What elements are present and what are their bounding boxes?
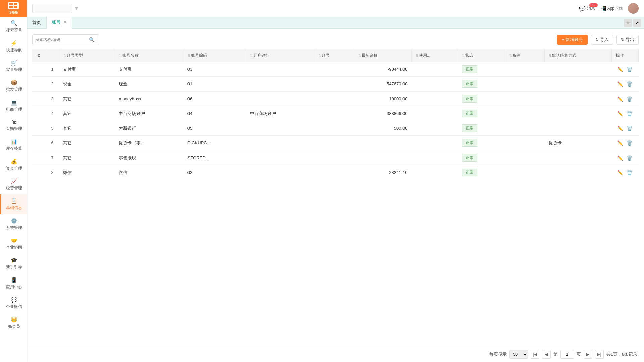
tab-account[interactable]: 账号 ✕	[47, 17, 72, 29]
last-page-button[interactable]: ▶|	[595, 350, 604, 359]
sidebar-item-guide[interactable]: 🎓 新手引导	[0, 254, 27, 274]
row-settings	[32, 121, 46, 136]
row-settings	[32, 77, 46, 92]
table-row: 5 其它 大新银行 05 500.00 正常 ✏️ 🗑️	[32, 121, 639, 136]
sidebar-item-retail[interactable]: 🛒 零售管理	[0, 56, 27, 76]
sidebar-item-wholesale[interactable]: 📦 批发管理	[0, 76, 27, 96]
sidebar-item-inventory[interactable]: 📊 库存核算	[0, 135, 27, 155]
search-input[interactable]	[35, 37, 89, 42]
edit-button[interactable]: ✏️	[616, 155, 624, 161]
import-button[interactable]: ↻ 导入	[591, 35, 613, 45]
sidebar-item-basic-info[interactable]: 📋 基础信息	[0, 194, 27, 214]
delete-button[interactable]: 🗑️	[625, 125, 634, 132]
page-number-input[interactable]	[560, 350, 574, 359]
message-button[interactable]: 💬 消息 99+	[579, 5, 595, 12]
app-sub-text: 乐版版	[9, 10, 18, 15]
topbar-right: 💬 消息 99+ 📲 App下载	[579, 3, 639, 14]
svg-rect-2	[9, 6, 13, 8]
sidebar-item-finance[interactable]: 💰 资金管理	[0, 155, 27, 175]
user-avatar[interactable]	[628, 3, 639, 14]
col-bank-header[interactable]: ⇅ 开户银行	[246, 49, 314, 62]
col-bank-sort: ⇅	[250, 54, 253, 57]
table-row: 1 支付宝 支付宝 03 -90444.00 正常 ✏️ 🗑️	[32, 62, 639, 77]
export-button[interactable]: ↻ 导出	[616, 35, 639, 45]
tab-home[interactable]: 首页	[27, 17, 47, 29]
apps-icon: 📱	[11, 277, 17, 283]
sidebar-item-apps[interactable]: 📱 应用中心	[0, 274, 27, 293]
edit-button[interactable]: ✏️	[616, 81, 624, 87]
sidebar-item-shortcuts[interactable]: ⚡ 快捷导航	[0, 37, 27, 56]
col-type-header[interactable]: ⇅ 账号类型	[59, 49, 115, 62]
finance-icon: 💰	[11, 158, 17, 165]
first-page-button[interactable]: |◀	[531, 350, 539, 359]
col-usage-header[interactable]: ⇅ 使用...	[412, 49, 458, 62]
sidebar-item-collaboration[interactable]: 🤝 企业协同	[0, 234, 27, 254]
collaboration-icon: 🤝	[11, 237, 17, 244]
edit-button[interactable]: ✏️	[616, 110, 624, 117]
delete-button[interactable]: 🗑️	[625, 140, 634, 146]
row-actions: ✏️ 🗑️	[612, 62, 639, 77]
add-account-label: + 新增账号	[562, 37, 583, 43]
delete-button[interactable]: 🗑️	[625, 66, 634, 73]
row-account	[314, 121, 354, 136]
topbar-dropdown-icon[interactable]: ▾	[75, 5, 78, 12]
row-balance	[354, 136, 411, 150]
col-code-header[interactable]: ⇅ 账号编码	[183, 49, 246, 62]
delete-button[interactable]: 🗑️	[625, 110, 634, 117]
col-note-header[interactable]: ⇅ 备注	[505, 49, 544, 62]
page-suffix-label: 页	[577, 351, 581, 357]
edit-button[interactable]: ✏️	[616, 169, 624, 176]
sidebar-item-search[interactable]: 🔍 搜索菜单	[0, 17, 27, 37]
sidebar-item-system[interactable]: ⚙️ 系统管理	[0, 214, 27, 234]
delete-button[interactable]: 🗑️	[625, 169, 634, 176]
next-page-button[interactable]: ▶	[584, 350, 592, 359]
delete-button[interactable]: 🗑️	[625, 155, 634, 161]
col-account-header[interactable]: ⇅ 账号	[314, 49, 354, 62]
sidebar: 乐版版 🔍 搜索菜单 ⚡ 快捷导航 🛒 零售管理 📦 批发管理 💻 电商管理 🛍…	[0, 0, 27, 362]
prev-page-button[interactable]: ◀	[542, 350, 551, 359]
table-row: 7 其它 零售抵现 STORED... 正常 ✏️ 🗑️	[32, 150, 639, 165]
col-settings[interactable]: ⚙	[32, 49, 46, 62]
row-actions: ✏️ 🗑️	[612, 136, 639, 150]
edit-button[interactable]: ✏️	[616, 96, 624, 102]
app-download-button[interactable]: 📲 App下载	[600, 6, 623, 11]
row-actions: ✏️ 🗑️	[612, 121, 639, 136]
retail-icon: 🛒	[11, 60, 17, 66]
edit-button[interactable]: ✏️	[616, 140, 624, 146]
import-icon: ↻	[595, 37, 599, 42]
sidebar-item-label: 搜索菜单	[6, 27, 22, 33]
sidebar-item-purchase[interactable]: 🛍 采购管理	[0, 116, 27, 135]
sidebar-item-wechat-work[interactable]: 💬 企业微信	[0, 293, 27, 313]
window-minimize-button[interactable]: ✕	[624, 19, 632, 27]
sidebar-item-membership[interactable]: 👑 畅会员	[0, 313, 27, 333]
sidebar-item-operations[interactable]: 📈 经营管理	[0, 175, 27, 194]
tab-close-icon[interactable]: ✕	[63, 20, 66, 24]
app-download-label: App下载	[607, 6, 623, 11]
row-default-payment	[545, 121, 612, 136]
table-row: 6 其它 提货卡（零... PICKUPC... 正常 提货卡 ✏️ 🗑️	[32, 136, 639, 150]
row-code: PICKUPC...	[183, 136, 246, 150]
row-bank	[246, 136, 314, 150]
row-settings	[32, 62, 46, 77]
table-row: 3 其它 moneybosx 06 10000.00 正常 ✏️ 🗑️	[32, 92, 639, 106]
edit-button[interactable]: ✏️	[616, 66, 624, 73]
per-page-select[interactable]: 50 100 200	[509, 350, 528, 359]
add-account-button[interactable]: + 新增账号	[557, 35, 588, 45]
col-balance-header[interactable]: ⇅ 最新余额	[354, 49, 411, 62]
col-name-header[interactable]: ⇅ 账号名称	[115, 49, 183, 62]
window-maximize-button[interactable]: ⤢	[633, 19, 641, 27]
row-no: 5	[46, 121, 59, 136]
col-default-payment-header[interactable]: ⇅ 默认结算方式	[545, 49, 612, 62]
search-wrap: 🔍	[32, 34, 99, 45]
col-status-header[interactable]: ⇅ 状态	[458, 49, 505, 62]
delete-button[interactable]: 🗑️	[625, 96, 634, 102]
edit-button[interactable]: ✏️	[616, 125, 624, 132]
sidebar-item-label: 应用中心	[6, 284, 22, 290]
row-type: 其它	[59, 121, 115, 136]
row-code: STORED...	[183, 150, 246, 165]
delete-button[interactable]: 🗑️	[625, 81, 634, 87]
sidebar-item-ecommerce[interactable]: 💻 电商管理	[0, 96, 27, 116]
row-actions: ✏️ 🗑️	[612, 92, 639, 106]
wechat-work-icon: 💬	[11, 297, 17, 303]
row-usage	[412, 165, 458, 180]
